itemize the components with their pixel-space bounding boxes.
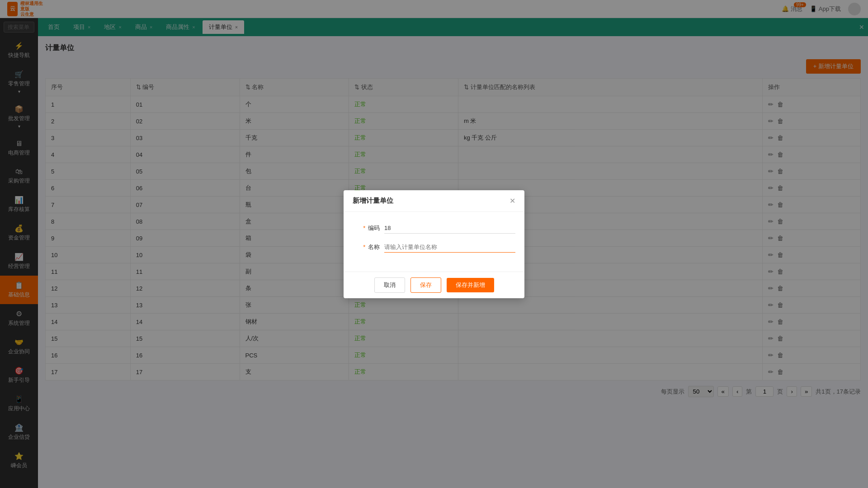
modal-title: 新增计量单位 (353, 197, 393, 205)
modal-close-button[interactable]: ✕ (509, 197, 515, 205)
name-input[interactable] (384, 242, 515, 253)
required-marker: * (363, 225, 365, 231)
modal-body: * 编码 * 名称 (344, 212, 524, 272)
modal-footer: 取消 保存 保存并新增 (344, 272, 524, 298)
form-row-code: * 编码 (353, 223, 515, 234)
code-input[interactable] (384, 223, 515, 234)
cancel-button[interactable]: 取消 (374, 277, 405, 293)
save-button[interactable]: 保存 (410, 277, 441, 293)
code-label: * 编码 (353, 224, 380, 232)
required-marker: * (363, 244, 365, 250)
add-unit-modal: 新增计量单位 ✕ * 编码 * 名称 取消 保存 保存并新增 (344, 190, 524, 298)
code-label-text: 编码 (368, 225, 380, 231)
name-label: * 名称 (353, 243, 380, 251)
modal-overlay[interactable]: 新增计量单位 ✕ * 编码 * 名称 取消 保存 保存并新增 (0, 0, 868, 488)
form-row-name: * 名称 (353, 242, 515, 253)
name-label-text: 名称 (368, 244, 380, 250)
save-and-new-button[interactable]: 保存并新增 (447, 278, 494, 292)
modal-header: 新增计量单位 ✕ (344, 190, 524, 212)
